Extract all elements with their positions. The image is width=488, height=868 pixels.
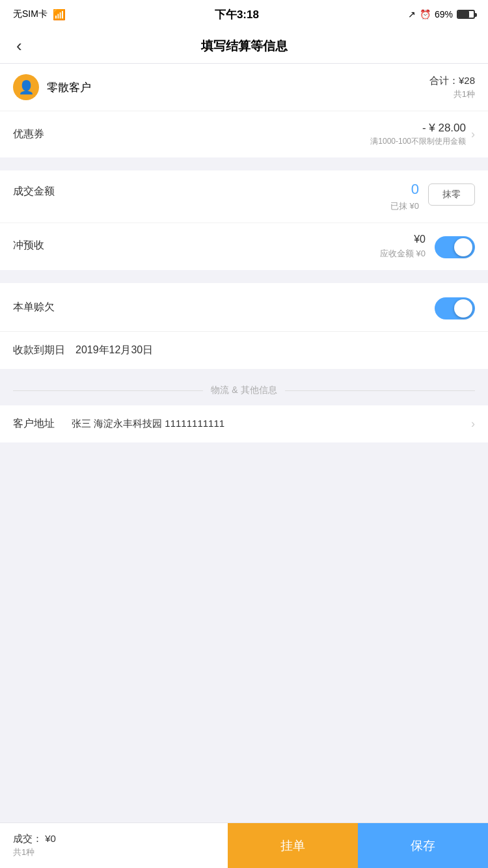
coupon-value-col: - ¥ 28.00 满1000-100不限制使用金额 [370,122,466,147]
debt-toggle-knob [454,299,472,318]
status-time: 下午3:18 [215,7,259,22]
deal-section: 成交金额 0 已抹 ¥0 抹零 冲预收 ¥0 应收金额 ¥0 [0,170,488,270]
nav-bar: ‹ 填写结算等信息 [0,29,488,64]
deal-amount: 0 [390,181,419,198]
logistics-title: 物流 & 其他信息 [211,385,277,396]
chevron-right-icon: › [471,128,475,141]
avatar: 👤 [13,74,39,100]
debt-row: 本单赊欠 [0,283,488,331]
precollect-amount-col: ¥0 应收金额 ¥0 [380,234,426,260]
coupon-amount: - ¥ 28.00 [370,122,466,135]
deal-amount-col: 0 已抹 ¥0 [390,181,419,212]
deal-deducted: 已抹 ¥0 [390,200,419,212]
page-title: 填写结算等信息 [201,38,288,55]
address-chevron-icon: › [471,417,475,431]
deal-label: 成交金额 [13,181,55,198]
bottom-deal-label: 成交： [13,833,42,844]
bottom-deal-row: 成交： ¥0 [13,833,215,845]
debt-section: 本单赊欠 收款到期日 2019年12月30日 [0,283,488,369]
precollect-toggle[interactable] [435,236,475,258]
bottom-spacer [0,449,488,514]
precollect-right: ¥0 应收金额 ¥0 [380,234,475,260]
status-right: ↗ ⏰ 69% [408,9,475,20]
date-label: 收款到期日 [13,344,65,357]
wifi-icon: 📶 [53,8,66,21]
logistics-line-right [285,390,475,391]
coupon-right: - ¥ 28.00 满1000-100不限制使用金额 › [370,122,475,147]
address-label: 客户地址 [13,417,65,431]
back-button[interactable]: ‹ [13,33,25,59]
customer-name: 零散客户 [47,80,91,95]
total-label: 合计：¥28 [429,75,475,87]
precollect-amount: ¥0 [380,234,426,245]
precollect-label: 冲预收 [13,234,44,252]
precollect-row: 冲预收 ¥0 应收金额 ¥0 [0,223,488,270]
status-bar: 无SIM卡 📶 下午3:18 ↗ ⏰ 69% [0,0,488,29]
bottom-deal-amount: ¥0 [45,833,56,844]
address-row[interactable]: 客户地址 张三 海淀永丰科技园 11111111111 › [0,405,488,442]
debt-toggle[interactable] [435,297,475,319]
battery-icon [457,10,475,19]
date-row: 收款到期日 2019年12月30日 [0,331,488,369]
total-count: 共1种 [429,88,475,100]
address-section: 客户地址 张三 海淀永丰科技园 11111111111 › [0,405,488,442]
date-value: 2019年12月30日 [75,344,153,357]
logistics-header: 物流 & 其他信息 [0,375,488,405]
divider-2 [0,277,488,283]
hold-button[interactable]: 挂单 [228,823,358,869]
bottom-bar: 成交： ¥0 共1种 挂单 保存 [0,822,488,868]
status-left: 无SIM卡 📶 [13,8,66,21]
battery-text: 69% [435,9,453,20]
customer-section: 👤 零散客户 合计：¥28 共1种 优惠券 - ¥ 28.00 满1000-10… [0,64,488,157]
logistics-line-left [13,390,203,391]
bottom-info: 成交： ¥0 共1种 [0,833,228,858]
content: 👤 零散客户 合计：¥28 共1种 优惠券 - ¥ 28.00 满1000-10… [0,64,488,514]
coupon-row[interactable]: 优惠券 - ¥ 28.00 满1000-100不限制使用金额 › [0,111,488,157]
toggle-knob [454,238,472,256]
deal-right: 0 已抹 ¥0 抹零 [390,181,475,212]
bottom-deal-count: 共1种 [13,847,215,858]
precollect-receivable: 应收金额 ¥0 [380,248,426,260]
customer-right: 合计：¥28 共1种 [429,75,475,100]
deal-row: 成交金额 0 已抹 ¥0 抹零 [0,170,488,223]
signal-text: 无SIM卡 [13,8,47,20]
address-value: 张三 海淀永丰科技园 11111111111 [72,418,471,430]
save-button[interactable]: 保存 [358,823,488,869]
location-icon: ↗ [408,9,416,20]
customer-row: 👤 零散客户 合计：¥28 共1种 [0,64,488,111]
divider-1 [0,164,488,170]
coupon-desc: 满1000-100不限制使用金额 [370,136,466,147]
alarm-icon: ⏰ [420,9,431,20]
round-button[interactable]: 抹零 [428,183,475,206]
customer-left: 👤 零散客户 [13,74,91,100]
coupon-label: 优惠券 [13,128,44,141]
debt-label: 本单赊欠 [13,301,55,314]
